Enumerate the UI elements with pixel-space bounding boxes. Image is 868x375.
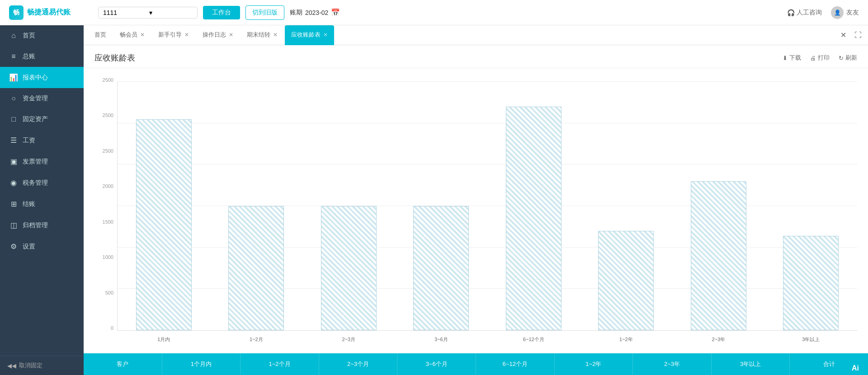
sidebar-item-assets[interactable]: □ 固定资产 xyxy=(0,109,84,130)
period-prefix: 账期 xyxy=(290,9,302,17)
tab-close-oplog[interactable]: ✕ xyxy=(229,32,233,38)
sidebar-item-archive[interactable]: ◫ 归档管理 xyxy=(0,215,84,236)
sidebar-scroll: ⌂ 首页≡ 总账📊 报表中心○ 资金管理□ 固定资产☰ 工资▣ 发票管理◉ 税务… xyxy=(0,25,84,356)
header-right: 🎧 人工咨询 👤 友友 xyxy=(787,6,859,19)
workbench-button[interactable]: 工作台 xyxy=(203,6,240,19)
th-6to12: 6~12个月 xyxy=(476,353,555,375)
sidebar-item-reports[interactable]: 📊 报表中心 xyxy=(0,67,84,88)
sidebar-icon-reports: 📊 xyxy=(9,73,18,82)
y-label-2: 1000 xyxy=(103,254,113,260)
company-selector[interactable]: 1111 ▾ xyxy=(98,7,198,19)
calendar-icon[interactable]: 📅 xyxy=(331,8,340,17)
refresh-label: 刷新 xyxy=(845,54,857,62)
fullscreen-button[interactable]: ⛶ xyxy=(853,29,863,41)
top-header: 畅 畅捷通易代账 1111 ▾ 工作台 切到旧版 账期 2023-02 📅 🎧 … xyxy=(0,0,868,25)
content-area: 首页畅会员✕新手引导✕操作日志✕期末结转✕应收账龄表✕ ✕ ⛶ 应收账龄表 ⬇ … xyxy=(84,25,868,375)
page-header: 应收账龄表 ⬇ 下载 🖨 打印 ↻ 刷新 xyxy=(84,45,868,68)
bar-label-1: 1~2月 xyxy=(250,336,263,343)
sidebar-item-tax[interactable]: ◉ 税务管理 xyxy=(0,172,84,193)
logo-area: 畅 畅捷通易代账 xyxy=(9,5,93,20)
sidebar-label-tax: 税务管理 xyxy=(23,179,48,187)
tab-close-closing[interactable]: ✕ xyxy=(273,32,278,38)
tab-member[interactable]: 畅会员✕ xyxy=(113,25,151,45)
sidebar-label-funds: 资金管理 xyxy=(23,94,48,103)
sidebar-item-closing[interactable]: ⊞ 结账 xyxy=(0,193,84,215)
sidebar-label-closing: 结账 xyxy=(23,200,35,208)
sidebar-icon-invoices: ▣ xyxy=(9,157,18,166)
y-label-6: 2500 xyxy=(103,112,113,118)
close-all-button[interactable]: ✕ xyxy=(839,29,848,41)
bar-label-4: 6~12个月 xyxy=(523,336,544,343)
tab-label-closing: 期末结转 xyxy=(247,31,270,39)
bar-1 xyxy=(228,206,284,330)
tab-oplog[interactable]: 操作日志✕ xyxy=(196,25,240,45)
download-button[interactable]: ⬇ 下载 xyxy=(783,54,801,62)
bar-4 xyxy=(506,107,561,330)
th-2to3y: 2~3年 xyxy=(633,353,712,375)
sidebar-icon-payroll: ☰ xyxy=(9,136,18,145)
bar-label-2: 2~3月 xyxy=(342,336,355,343)
tab-home[interactable]: 首页 xyxy=(88,25,113,45)
bar-group-1: 1~2月 xyxy=(210,82,303,330)
y-label-4: 2000 xyxy=(103,183,113,189)
table-header: 客户1个月内1~2个月2~3个月3~6个月6~12个月1~2年2~3年3年以上合… xyxy=(84,353,868,375)
sidebar-item-invoices[interactable]: ▣ 发票管理 xyxy=(0,151,84,172)
pin-icon: ◀◀ xyxy=(7,362,16,369)
th-2to3: 2~3个月 xyxy=(319,353,398,375)
download-label: 下载 xyxy=(789,54,801,62)
sidebar-icon-archive: ◫ xyxy=(9,221,18,230)
bar-2 xyxy=(321,206,377,330)
tab-close-member[interactable]: ✕ xyxy=(140,32,145,38)
tab-aging[interactable]: 应收账龄表✕ xyxy=(285,25,334,45)
refresh-button[interactable]: ↻ 刷新 xyxy=(839,54,857,62)
headset-icon: 🎧 xyxy=(787,9,795,16)
bar-3 xyxy=(413,206,469,330)
consult-button[interactable]: 🎧 人工咨询 xyxy=(787,9,822,17)
sidebar-label-invoices: 发票管理 xyxy=(23,158,48,166)
main-layout: ⌂ 首页≡ 总账📊 报表中心○ 资金管理□ 固定资产☰ 工资▣ 发票管理◉ 税务… xyxy=(0,25,868,375)
y-label-7: 2500 xyxy=(103,77,113,83)
th-customer: 客户 xyxy=(84,353,162,375)
sidebar-icon-settings: ⚙ xyxy=(9,242,18,251)
sidebar-label-archive: 归档管理 xyxy=(23,221,48,230)
download-icon: ⬇ xyxy=(783,55,788,61)
bar-label-6: 2~3年 xyxy=(712,336,725,343)
user-area[interactable]: 👤 友友 xyxy=(831,6,859,19)
sidebar-label-home: 首页 xyxy=(23,32,35,40)
tab-guide[interactable]: 新手引导✕ xyxy=(152,25,195,45)
bar-group-0: 1月内 xyxy=(118,82,210,330)
chart-container: 0500100015002000250025002500 1月内1~2月2~3月… xyxy=(84,68,868,353)
tab-label-guide: 新手引导 xyxy=(158,31,182,39)
y-label-3: 1500 xyxy=(103,219,113,225)
chart-inner: 1月内1~2月2~3月3~6月6~12个月1~2年2~3年3年以上 xyxy=(117,82,857,331)
y-label-0: 0 xyxy=(111,325,113,331)
switch-button[interactable]: 切到旧版 xyxy=(245,5,284,20)
print-icon: 🖨 xyxy=(810,55,816,61)
th-3to6: 3~6个月 xyxy=(397,353,476,375)
tab-close-guide[interactable]: ✕ xyxy=(184,32,189,38)
th-1to2: 1~2个月 xyxy=(241,353,319,375)
sidebar-item-payroll[interactable]: ☰ 工资 xyxy=(0,130,84,151)
y-label-1: 500 xyxy=(105,290,113,295)
tab-label-aging: 应收账龄表 xyxy=(291,31,321,39)
bar-7 xyxy=(783,236,839,330)
period-area: 账期 2023-02 📅 xyxy=(290,8,340,17)
sidebar-item-ledger[interactable]: ≡ 总账 xyxy=(0,46,84,67)
print-button[interactable]: 🖨 打印 xyxy=(810,54,830,62)
sidebar-footer-toggle[interactable]: ◀◀ 取消固定 xyxy=(0,356,84,375)
sidebar-item-settings[interactable]: ⚙ 设置 xyxy=(0,236,84,257)
y-axis: 0500100015002000250025002500 xyxy=(94,77,117,331)
bar-group-7: 3年以上 xyxy=(765,82,858,330)
bar-6 xyxy=(691,181,746,330)
tab-closing[interactable]: 期末结转✕ xyxy=(241,25,284,45)
sidebar-item-funds[interactable]: ○ 资金管理 xyxy=(0,88,84,109)
bars-area: 1月内1~2月2~3月3~6月6~12个月1~2年2~3年3年以上 xyxy=(118,82,857,330)
tab-close-aging[interactable]: ✕ xyxy=(323,32,328,38)
sidebar-item-home[interactable]: ⌂ 首页 xyxy=(0,25,84,46)
ai-badge[interactable]: Ai xyxy=(843,361,868,375)
th-1to2y: 1~2年 xyxy=(555,353,633,375)
bar-group-3: 3~6月 xyxy=(395,82,488,330)
bar-label-0: 1月内 xyxy=(157,336,170,343)
bar-group-2: 2~3月 xyxy=(302,82,395,330)
th-3yplus: 3年以上 xyxy=(712,353,790,375)
